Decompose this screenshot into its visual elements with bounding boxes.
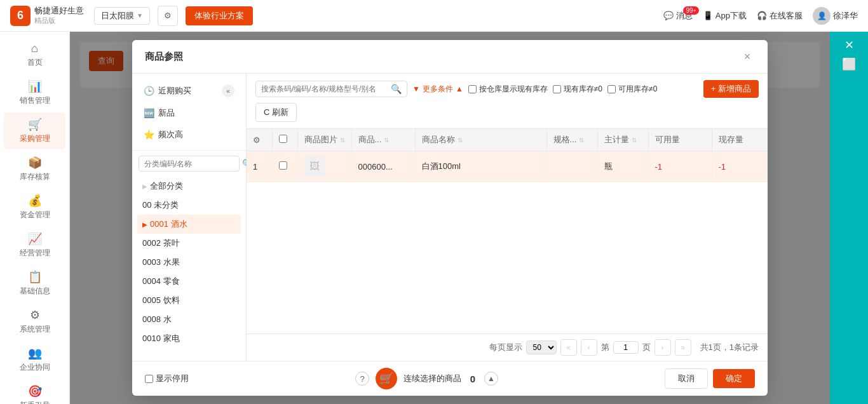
sidebar-item-finance[interactable]: 💰 资金管理	[4, 189, 65, 226]
col-image: 商品图片 ⇅	[297, 129, 351, 151]
cat-tea[interactable]: 0002 茶叶	[137, 234, 241, 253]
teal-close-icon[interactable]: ✕	[844, 38, 854, 52]
sidebar-item-system[interactable]: ⚙ 系统管理	[4, 303, 65, 340]
logo-text: 畅捷通好生意 精品版	[34, 6, 84, 25]
stock-nonzero-checkbox[interactable]	[553, 85, 561, 93]
cell-checkbox[interactable]	[272, 151, 297, 182]
category-list: ▶ 全部分类 00 未分类 ▶ 0001 酒水 0002 茶	[132, 177, 246, 354]
teal-panel: ✕ ⬜	[830, 32, 868, 404]
logo-area: 6 畅捷通好生意 精品版	[10, 6, 86, 26]
headset-icon: 🎧	[757, 11, 767, 20]
clock-icon: 🕒	[144, 86, 154, 96]
checkbox-stock-nonzero[interactable]: 现有库存≠0	[553, 84, 602, 95]
cat-fruit[interactable]: 0003 水果	[137, 253, 241, 272]
sidebar-item-basic-info[interactable]: 📋 基础信息	[4, 265, 65, 302]
sort-icon-unit[interactable]: ⇅	[632, 137, 637, 144]
show-disabled-checkbox[interactable]	[145, 375, 153, 383]
product-search-input[interactable]	[261, 84, 388, 93]
sort-icon[interactable]: ⇅	[340, 137, 345, 144]
trial-button[interactable]: 体验行业方案	[186, 6, 253, 25]
pagination: 每页显示 50 « ‹ 第 页 › » 共1页，1条记录	[247, 333, 768, 361]
sidebar-item-enterprise[interactable]: 👥 企业协同	[4, 341, 65, 378]
by-warehouse-checkbox[interactable]	[468, 85, 477, 93]
footer-center: ? 🛒 连续选择的商品 0 ▲	[195, 368, 658, 389]
table-row[interactable]: 1 🖼	[247, 151, 768, 182]
footer-collapse-button[interactable]: ▲	[484, 372, 498, 386]
confirm-button[interactable]: 确定	[713, 369, 755, 388]
main-layout: ⌂ 首页 📊 销售管理 🛒 采购管理 📦 库存核算 💰 资金管理 📈 经营管理 …	[0, 32, 868, 404]
search-submit-icon[interactable]: 🔍	[391, 84, 402, 94]
modal-title: 商品参照	[145, 51, 183, 63]
sidebar-item-inventory[interactable]: 📦 库存核算	[4, 151, 65, 187]
checkbox-by-warehouse[interactable]: 按仓库显示现有库存	[468, 84, 548, 95]
branch-selector[interactable]: 日太阳膜 ▼	[94, 7, 150, 25]
tab-new-products[interactable]: 🆕 新品	[137, 103, 241, 123]
chevron-right-icon: ▶	[142, 183, 147, 190]
collapse-button[interactable]: «	[222, 84, 234, 97]
modal-header: 商品参照 ×	[132, 40, 768, 74]
cat-liquor[interactable]: ▶ 0001 酒水	[137, 215, 241, 234]
app-download-button[interactable]: 📱 App下载	[703, 10, 747, 22]
product-table: ⚙ 商品图片 ⇅	[247, 129, 768, 182]
system-icon: ⚙	[30, 308, 40, 322]
refresh-button[interactable]: C 刷新	[255, 103, 297, 122]
tab-recent-purchase[interactable]: 🕒 近期购买 «	[137, 80, 241, 102]
sidebar-item-purchase[interactable]: 🛒 采购管理	[4, 112, 65, 149]
cat-snacks[interactable]: 0004 零食	[137, 272, 241, 291]
prev-page-button[interactable]: ‹	[581, 339, 597, 356]
first-page-button[interactable]: «	[560, 339, 577, 356]
table-header-row: ⚙ 商品图片 ⇅	[247, 129, 768, 151]
cell-unit: 瓶	[597, 151, 648, 182]
add-product-button[interactable]: + 新增商品	[703, 80, 759, 98]
sidebar-item-home[interactable]: ⌂ 首页	[4, 37, 65, 73]
col-settings[interactable]: ⚙	[247, 129, 272, 151]
sort-icon-code[interactable]: ⇅	[384, 137, 389, 144]
sort-icon-spec[interactable]: ⇅	[579, 137, 584, 144]
cat-uncategorized[interactable]: 00 未分类	[137, 196, 241, 215]
last-page-button[interactable]: »	[675, 339, 691, 356]
home-icon: ⌂	[31, 42, 38, 55]
cart-button[interactable]: 🛒	[376, 368, 397, 389]
col-available-label: 可用量	[655, 134, 680, 145]
next-page-button[interactable]: ›	[654, 339, 671, 356]
cat-all[interactable]: ▶ 全部分类	[137, 177, 241, 196]
column-settings-icon[interactable]: ⚙	[253, 135, 261, 145]
select-all-checkbox[interactable]	[279, 135, 287, 143]
left-panel: 🕒 近期购买 « 🆕 新品 ⭐ 频次高	[132, 74, 247, 361]
teal-expand-icon[interactable]: ⬜	[842, 57, 856, 71]
filter-icon: ▼	[412, 84, 420, 93]
more-filter-button[interactable]: ▼ 更多条件 ▲	[412, 84, 463, 95]
available-nonzero-checkbox[interactable]	[607, 85, 616, 93]
page-number-input[interactable]	[613, 341, 639, 354]
col-image-label: 商品图片	[304, 134, 337, 145]
footer-left: 显示停用	[145, 373, 189, 384]
sidebar-item-sales[interactable]: 📊 销售管理	[4, 74, 65, 111]
cell-code: 000600...	[351, 151, 415, 182]
checkbox-available-nonzero[interactable]: 可用库存≠0	[607, 84, 657, 95]
product-search-box[interactable]: 🔍	[255, 81, 407, 97]
col-stock-label: 现存量	[719, 134, 743, 145]
avatar: 👤	[813, 7, 831, 25]
online-service-button[interactable]: 🎧 在线客服	[757, 10, 803, 22]
category-search-input[interactable]	[144, 159, 240, 168]
messages-button[interactable]: 💬 消息 99+	[663, 10, 693, 22]
sidebar-item-guide[interactable]: 🎯 新手引导	[4, 379, 65, 404]
sort-icon-name[interactable]: ⇅	[458, 137, 463, 144]
sidebar-item-operations[interactable]: 📈 经营管理	[4, 227, 65, 264]
show-disabled-label[interactable]: 显示停用	[145, 373, 189, 384]
col-checkbox[interactable]	[272, 129, 297, 151]
cell-available: -1	[648, 151, 712, 182]
cat-beverages[interactable]: 0005 饮料	[137, 291, 241, 310]
cat-water[interactable]: 0008 水	[137, 310, 241, 329]
tab-frequent[interactable]: ⭐ 频次高	[137, 125, 241, 145]
row-checkbox[interactable]	[279, 161, 287, 170]
page-size-select[interactable]: 50	[526, 340, 557, 354]
modal-close-button[interactable]: ×	[740, 49, 755, 64]
help-button[interactable]: ?	[355, 372, 369, 386]
category-search-box[interactable]: 🔍	[139, 156, 240, 172]
col-stock: 现存量	[712, 129, 768, 151]
cancel-button[interactable]: 取消	[665, 368, 708, 389]
user-area[interactable]: 👤 徐泽华	[813, 7, 858, 25]
cat-appliances[interactable]: 0010 家电	[137, 329, 241, 348]
settings-button[interactable]: ⚙	[158, 6, 178, 26]
